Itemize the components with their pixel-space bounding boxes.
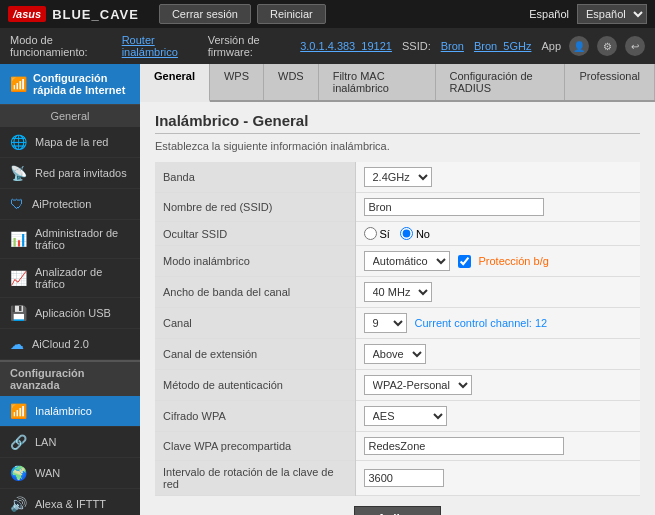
sidebar-item-label: Mapa de la red	[35, 136, 108, 148]
settings-icon[interactable]: ⚙	[597, 36, 617, 56]
ancho-select[interactable]: 20 MHz 40 MHz 80 MHz	[364, 282, 432, 302]
logo-area: /asus BLUE_CAVE	[8, 6, 139, 22]
canal-select[interactable]: 1234 5678 91011	[364, 313, 407, 333]
ssid-value[interactable]: Bron	[441, 40, 464, 52]
lang-label: Español	[529, 8, 569, 20]
sidebar-item-traffic-manager[interactable]: 📊 Administrador de tráfico	[0, 220, 140, 259]
proteccion-bg-label: Protección b/g	[479, 255, 549, 267]
wireless-icon: 📶	[10, 403, 27, 419]
modo-row: Automático N Only Protección b/g	[364, 251, 633, 271]
sidebar-item-label: Inalámbrico	[35, 405, 92, 417]
alexa-icon: 🔊	[10, 496, 27, 512]
sidebar-item-label: Aplicación USB	[35, 307, 111, 319]
banda-select[interactable]: 2.4GHz 5GHz	[364, 167, 432, 187]
sidebar-item-label: Administrador de tráfico	[35, 227, 130, 251]
apply-button[interactable]: Aplicar	[354, 506, 441, 515]
app-label: App	[541, 40, 561, 52]
modo-value[interactable]: Router inalámbrico	[122, 34, 198, 58]
firmware-value[interactable]: 3.0.1.4.383_19121	[300, 40, 392, 52]
topbar-buttons: Cerrar sesión Reiniciar	[159, 4, 326, 24]
sidebar-item-label: LAN	[35, 436, 56, 448]
modo-select[interactable]: Automático N Only	[364, 251, 450, 271]
table-row: Ocultar SSID Sí No	[155, 222, 640, 246]
sidebar-item-traffic-analyzer[interactable]: 📈 Analizador de tráfico	[0, 259, 140, 298]
lang-select[interactable]: Español English	[577, 4, 647, 24]
sidebar-item-label: WAN	[35, 467, 60, 479]
clave-wpa-input[interactable]	[364, 437, 564, 455]
table-row: Modo inalámbrico Automático N Only Prote…	[155, 246, 640, 277]
cloud-icon: ☁	[10, 336, 24, 352]
quick-setup-label: Configuraciónrápida de Internet	[33, 72, 125, 96]
ocultar-ssid-radio: Sí No	[364, 227, 633, 240]
sidebar-item-lan[interactable]: 🔗 LAN	[0, 427, 140, 458]
traffic-icon: 📊	[10, 231, 27, 247]
ssid-5g-value[interactable]: Bron_5GHz	[474, 40, 531, 52]
quick-setup-button[interactable]: 📶 Configuraciónrápida de Internet	[0, 64, 140, 104]
form-title: Inalámbrico - General	[155, 112, 640, 134]
infobar: Modo de funcionamiento: Router inalámbri…	[0, 28, 655, 64]
analyzer-icon: 📈	[10, 270, 27, 286]
main-layout: 📶 Configuraciónrápida de Internet Genera…	[0, 64, 655, 515]
sidebar-item-label: Red para invitados	[35, 167, 127, 179]
table-row: Cifrado WPA AES TKIP TKIP+AES	[155, 401, 640, 432]
advanced-section-title: Configuración avanzada	[0, 360, 140, 396]
tabs: General WPS WDS Filtro MAC inalámbrico C…	[140, 64, 655, 102]
sidebar: 📶 Configuraciónrápida de Internet Genera…	[0, 64, 140, 515]
table-row: Banda 2.4GHz 5GHz	[155, 162, 640, 193]
tab-radius[interactable]: Configuración de RADIUS	[436, 64, 566, 100]
tab-general[interactable]: General	[140, 64, 210, 102]
asus-logo: /asus	[8, 6, 46, 22]
ssid-label: SSID:	[402, 40, 431, 52]
proteccion-bg-checkbox[interactable]	[458, 255, 471, 268]
sidebar-item-label: Alexa & IFTTT	[35, 498, 106, 510]
table-row: Intervalo de rotación de la clave de red	[155, 461, 640, 496]
sidebar-item-wireless[interactable]: 📶 Inalámbrico	[0, 396, 140, 427]
table-row: Ancho de banda del canal 20 MHz 40 MHz 8…	[155, 277, 640, 308]
field-label-autenticacion: Método de autenticación	[155, 370, 355, 401]
sidebar-item-usb-app[interactable]: 💾 Aplicación USB	[0, 298, 140, 329]
tab-mac-filter[interactable]: Filtro MAC inalámbrico	[319, 64, 436, 100]
shield-icon: 🛡	[10, 196, 24, 212]
content-area: General WPS WDS Filtro MAC inalámbrico C…	[140, 64, 655, 515]
usb-icon: 💾	[10, 305, 27, 321]
field-label-ocultar-ssid: Ocultar SSID	[155, 222, 355, 246]
sidebar-item-guest-network[interactable]: 📡 Red para invitados	[0, 158, 140, 189]
canal-extension-select[interactable]: Above Below	[364, 344, 426, 364]
cerrar-sesion-button[interactable]: Cerrar sesión	[159, 4, 251, 24]
sidebar-item-aiprotection[interactable]: 🛡 AiProtection	[0, 189, 140, 220]
wireless-form-table: Banda 2.4GHz 5GHz Nombre de red (SSID)	[155, 162, 640, 496]
intervalo-input[interactable]	[364, 469, 444, 487]
field-label-modo: Modo inalámbrico	[155, 246, 355, 277]
modo-label: Modo de funcionamiento:	[10, 34, 112, 58]
current-channel-info: Current control channel: 12	[415, 317, 548, 329]
sidebar-item-wan[interactable]: 🌍 WAN	[0, 458, 140, 489]
ssid-input[interactable]	[364, 198, 544, 216]
apply-button-container: Aplicar	[155, 506, 640, 515]
person-icon[interactable]: 👤	[569, 36, 589, 56]
cifrado-select[interactable]: AES TKIP TKIP+AES	[364, 406, 447, 426]
tab-professional[interactable]: Professional	[565, 64, 655, 100]
wifi-icon: 📶	[10, 76, 27, 92]
sidebar-item-aicloud[interactable]: ☁ AiCloud 2.0	[0, 329, 140, 360]
sidebar-item-alexa[interactable]: 🔊 Alexa & IFTTT	[0, 489, 140, 515]
sidebar-item-network-map[interactable]: 🌐 Mapa de la red	[0, 127, 140, 158]
table-row: Clave WPA precompartida	[155, 432, 640, 461]
sidebar-item-label: AiCloud 2.0	[32, 338, 89, 350]
sidebar-item-label: Analizador de tráfico	[35, 266, 130, 290]
wan-icon: 🌍	[10, 465, 27, 481]
tab-wps[interactable]: WPS	[210, 64, 264, 100]
logout-icon[interactable]: ↩	[625, 36, 645, 56]
autenticacion-select[interactable]: Open System WPA-Personal WPA2-Personal	[364, 375, 472, 395]
field-label-canal-extension: Canal de extensión	[155, 339, 355, 370]
network-map-icon: 🌐	[10, 134, 27, 150]
ocultar-no-radio[interactable]	[400, 227, 413, 240]
ocultar-si-radio[interactable]	[364, 227, 377, 240]
form-subtitle: Establezca la siguiente información inal…	[155, 140, 640, 152]
reiniciar-button[interactable]: Reiniciar	[257, 4, 326, 24]
lan-icon: 🔗	[10, 434, 27, 450]
topbar-right: Español Español English	[529, 4, 647, 24]
field-label-intervalo: Intervalo de rotación de la clave de red	[155, 461, 355, 496]
tab-wds[interactable]: WDS	[264, 64, 319, 100]
model-name: BLUE_CAVE	[52, 7, 139, 22]
field-label-canal: Canal	[155, 308, 355, 339]
